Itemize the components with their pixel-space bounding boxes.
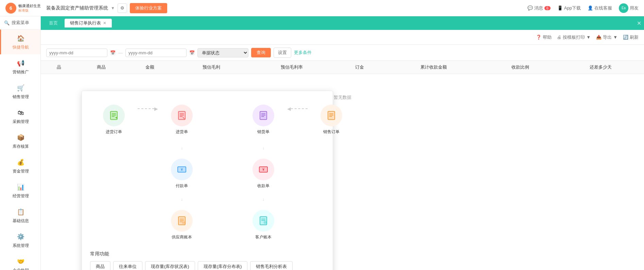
common-functions-title: 常用功能 bbox=[90, 251, 325, 257]
message-badge: 6 bbox=[544, 6, 551, 10]
sales-order-item[interactable]: 销售订单 bbox=[308, 99, 355, 140]
svg-text:¥: ¥ bbox=[262, 168, 264, 172]
svg-rect-0 bbox=[110, 111, 117, 120]
more-conditions[interactable]: 更多条件 bbox=[294, 50, 312, 56]
help-button[interactable]: ❓ 帮助 bbox=[536, 34, 552, 40]
svg-point-36 bbox=[264, 221, 266, 224]
sales-bill-circle[interactable] bbox=[253, 105, 274, 126]
toolbar: ❓ 帮助 🖨 按模板打印 ▼ 📤 导出 ▼ 🔄 刷新 bbox=[41, 30, 644, 45]
customer-account-circle[interactable] bbox=[253, 210, 274, 232]
receipt-bill-item[interactable]: ¥ 收款单 bbox=[240, 153, 287, 194]
sidebar-item-operations[interactable]: 📊 经营管理 bbox=[0, 178, 40, 203]
basic-icon: 📋 bbox=[16, 207, 25, 217]
sidebar-item-purchase[interactable]: 🛍 采购管理 bbox=[0, 104, 40, 129]
func-sales-gross[interactable]: 销售毛利分析表 bbox=[250, 261, 293, 270]
flow-row-arrows-2: ↓ ↓ bbox=[90, 197, 325, 202]
settings-icon[interactable]: ⚙ bbox=[118, 3, 127, 13]
logo-text: 畅康通好生意 标准版 bbox=[18, 3, 41, 13]
purchase-bill-circle[interactable] bbox=[171, 105, 193, 126]
flow-row-2: ¥ 付款单 ¥ bbox=[90, 153, 325, 194]
payment-bill-item[interactable]: ¥ 付款单 bbox=[158, 153, 206, 194]
col-gross: 预估毛利 bbox=[174, 61, 248, 74]
user-menu[interactable]: Ea 用友 bbox=[619, 3, 639, 13]
arrow-1: ▶ bbox=[138, 99, 158, 111]
top-header: 6 畅康通好生意 标准版 装备及固定资产辅助管理系统 ▼ ⚙ 体验行业方案 💬 … bbox=[0, 0, 644, 16]
flow-row-3: 供应商账本 bbox=[90, 204, 325, 246]
sidebar-item-basic[interactable]: 📋 基础信息 bbox=[0, 203, 40, 228]
refresh-button[interactable]: 🔄 刷新 bbox=[623, 34, 639, 40]
trial-button[interactable]: 体验行业方案 bbox=[130, 3, 167, 13]
online-service-button[interactable]: 👤 在线客服 bbox=[588, 5, 612, 11]
purchase-icon: 🛍 bbox=[16, 108, 25, 118]
tab-close-icon[interactable]: ✕ bbox=[103, 21, 106, 25]
search-icon: 🔍 bbox=[4, 20, 10, 25]
search-button[interactable]: 查询 bbox=[251, 48, 271, 57]
sidebar-item-marketing[interactable]: 📢 营销推广 bbox=[0, 54, 40, 79]
func-contacts[interactable]: 往来单位 bbox=[113, 261, 142, 270]
date-from-input[interactable] bbox=[46, 49, 107, 57]
col-amount: 金额 bbox=[125, 61, 174, 74]
app-download-button[interactable]: 📱 App下载 bbox=[557, 5, 581, 11]
purchase-order-circle[interactable] bbox=[103, 105, 125, 126]
close-all-button[interactable]: ✕ bbox=[637, 20, 641, 26]
tab-sales-order-exec[interactable]: 销售订单执行表 ✕ bbox=[65, 19, 112, 28]
date-to-input[interactable] bbox=[125, 49, 187, 57]
sidebar-item-system[interactable]: ⚙️ 系统管理 bbox=[0, 228, 40, 253]
system-icon: ⚙️ bbox=[16, 232, 25, 241]
print-dropdown-icon: ▼ bbox=[586, 35, 591, 40]
help-icon: ❓ bbox=[536, 35, 541, 40]
setting-button[interactable]: 设置 bbox=[274, 48, 291, 58]
arrow-2: ◀ bbox=[287, 99, 308, 111]
col-pin: 品 bbox=[41, 61, 77, 74]
logo-icon: 6 bbox=[5, 3, 16, 14]
customer-account-item[interactable]: 客户账本 bbox=[240, 204, 287, 246]
sidebar-item-inventory[interactable]: 📦 库存核算 bbox=[0, 129, 40, 154]
svg-text:¥: ¥ bbox=[180, 168, 183, 172]
svg-rect-10 bbox=[260, 111, 267, 120]
supplier-account-circle[interactable] bbox=[171, 210, 193, 232]
receipt-bill-circle[interactable]: ¥ bbox=[253, 159, 274, 180]
operations-icon: 📊 bbox=[16, 182, 25, 192]
supplier-account-item[interactable]: 供应商账本 bbox=[158, 204, 206, 246]
message-button[interactable]: 💬 消息 6 bbox=[527, 5, 551, 11]
purchase-order-item[interactable]: 进货订单 bbox=[90, 99, 138, 140]
search-menu-item[interactable]: 🔍 搜索菜单 bbox=[0, 16, 40, 30]
flow-row-arrows: ↓ ↓ bbox=[90, 146, 325, 150]
content-area: 首页 销售订单执行表 ✕ ✕ ❓ 帮助 🖨 按模板打印 ▼ 📤 导出 ▼ bbox=[41, 16, 644, 270]
sidebar-item-sales[interactable]: 🛒 销售管理 bbox=[0, 79, 40, 104]
refresh-icon: 🔄 bbox=[623, 35, 628, 40]
print-button[interactable]: 🖨 按模板打印 ▼ bbox=[557, 34, 591, 40]
sales-icon: 🛒 bbox=[16, 83, 25, 93]
col-payment-ratio: 收款比例 bbox=[483, 61, 557, 74]
calendar-icon-2: 📅 bbox=[189, 50, 195, 55]
tab-bar: 首页 销售订单执行表 ✕ ✕ bbox=[41, 16, 644, 30]
func-goods[interactable]: 商品 bbox=[90, 261, 110, 270]
purchase-bill-item[interactable]: 进货单 bbox=[158, 99, 206, 140]
dropdown-icon[interactable]: ▼ bbox=[111, 6, 115, 11]
payment-bill-circle[interactable]: ¥ bbox=[171, 159, 193, 180]
svg-rect-15 bbox=[328, 111, 335, 120]
logo-area: 6 畅康通好生意 标准版 bbox=[5, 3, 46, 14]
sales-order-circle[interactable] bbox=[320, 105, 342, 126]
cooperation-icon: 🤝 bbox=[16, 257, 25, 266]
sidebar-item-quick-nav[interactable]: 🏠 快捷导航 bbox=[0, 30, 40, 54]
header-right: 💬 消息 6 📱 App下载 👤 在线客服 Ea 用友 bbox=[527, 3, 639, 13]
export-button[interactable]: 📤 导出 ▼ bbox=[596, 34, 617, 40]
system-title: 装备及固定资产辅助管理系统 bbox=[46, 5, 108, 11]
print-icon: 🖨 bbox=[557, 35, 561, 40]
status-select[interactable]: 单据状态 bbox=[197, 48, 248, 57]
finance-icon: 💰 bbox=[16, 158, 25, 167]
func-stock-dist[interactable]: 现存量(库存分布表) bbox=[198, 261, 248, 270]
tab-home[interactable]: 首页 bbox=[43, 19, 63, 28]
common-functions: 常用功能 商品 往来单位 现存量(库存状况表) 现存量(库存分布表) 销售毛利分… bbox=[90, 251, 325, 270]
home-icon: 🏠 bbox=[16, 34, 25, 43]
col-goods: 商品 bbox=[77, 61, 125, 74]
down-arrow-sales: ↓ bbox=[240, 146, 287, 150]
sidebar-item-finance[interactable]: 💰 资金管理 bbox=[0, 154, 40, 178]
marketing-icon: 📢 bbox=[16, 58, 25, 68]
col-gross-rate: 预估毛利率 bbox=[248, 61, 335, 74]
func-stock-status[interactable]: 现存量(库存状况表) bbox=[145, 261, 195, 270]
sales-bill-item[interactable]: 销货单 bbox=[240, 99, 287, 140]
export-dropdown-icon: ▼ bbox=[613, 35, 617, 40]
sidebar-item-cooperation[interactable]: 🤝 企业协同 bbox=[0, 253, 40, 270]
